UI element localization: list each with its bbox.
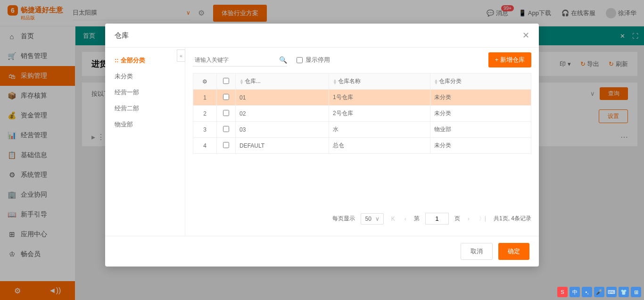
row-checkbox[interactable] (223, 142, 229, 148)
warehouse-modal: 仓库 ✕ « 全部分类 未分类经营一部经营二部物业部 🔍 显示停用 (105, 24, 539, 267)
cancel-button[interactable]: 取消 (461, 243, 493, 260)
category-item-0[interactable]: 未分类 (105, 68, 185, 84)
show-disabled-checkbox[interactable]: 显示停用 (297, 56, 330, 64)
next-page-icon[interactable]: › (466, 216, 471, 222)
category-all[interactable]: 全部分类 (105, 52, 185, 68)
modal-overlay: 仓库 ✕ « 全部分类 未分类经营一部经营二部物业部 🔍 显示停用 (0, 0, 644, 300)
category-sidebar: « 全部分类 未分类经营一部经营二部物业部 (105, 48, 185, 236)
cell-name: 1号仓库 (329, 90, 430, 106)
cell-category: 物业部 (430, 122, 531, 138)
row-checkbox[interactable] (223, 94, 229, 100)
pager: 每页显示 50∨ K ‹ 第 页 › 〉| 共1页, 4条记录 (193, 206, 531, 231)
cell-no: 4 (193, 138, 217, 154)
page-label-1: 第 (414, 215, 420, 223)
page-label-2: 页 (454, 215, 460, 223)
table-row[interactable]: 4DEFAULT总仓未分类 (193, 138, 531, 154)
row-checkbox[interactable] (223, 126, 229, 132)
search-icon[interactable]: 🔍 (279, 56, 287, 64)
col-name[interactable]: ▲▼仓库名称 (329, 74, 430, 90)
ime-skin-icon[interactable]: 👕 (619, 287, 629, 297)
ime-menu-icon[interactable]: ⊞ (631, 287, 641, 297)
ime-punct-icon[interactable]: •, (582, 287, 592, 297)
ime-mic-icon[interactable]: 🎤 (594, 287, 604, 297)
warehouse-table: ⚙ ▲▼仓库... ▲▼仓库名称 ▲▼仓库分类 1011号仓库未分类2022号仓… (193, 73, 531, 154)
search-box: 🔍 (193, 54, 287, 67)
col-code[interactable]: ▲▼仓库... (236, 74, 329, 90)
cell-category: 未分类 (430, 106, 531, 122)
collapse-sidebar-icon[interactable]: « (177, 50, 185, 62)
cell-name: 水 (329, 122, 430, 138)
category-item-3[interactable]: 物业部 (105, 117, 185, 133)
ime-sogou-icon[interactable]: S (557, 287, 568, 297)
cell-category: 未分类 (430, 90, 531, 106)
per-page-label: 每页显示 (332, 215, 355, 223)
first-page-icon[interactable]: K (389, 216, 397, 222)
select-all-checkbox[interactable] (223, 78, 229, 84)
confirm-button[interactable]: 确定 (498, 243, 529, 260)
cell-code: 03 (236, 122, 329, 138)
cell-no: 3 (193, 122, 217, 138)
col-gear[interactable]: ⚙ (193, 74, 217, 90)
col-checkbox (217, 74, 236, 90)
table-row[interactable]: 1011号仓库未分类 (193, 90, 531, 106)
cell-no: 2 (193, 106, 217, 122)
table-row[interactable]: 303水物业部 (193, 122, 531, 138)
col-category[interactable]: ▲▼仓库分类 (430, 74, 531, 90)
cell-code: 01 (236, 90, 329, 106)
row-checkbox[interactable] (223, 110, 229, 116)
ime-lang-icon[interactable]: 中 (570, 287, 580, 297)
per-page-select[interactable]: 50∨ (361, 213, 383, 225)
cell-category: 未分类 (430, 138, 531, 154)
cell-name: 2号仓库 (329, 106, 430, 122)
category-item-2[interactable]: 经营二部 (105, 100, 185, 117)
modal-title: 仓库 (115, 31, 129, 40)
category-item-1[interactable]: 经营一部 (105, 84, 185, 100)
search-input[interactable] (193, 54, 279, 66)
last-page-icon[interactable]: 〉| (477, 215, 488, 223)
cell-no: 1 (193, 90, 217, 106)
cell-code: DEFAULT (236, 138, 329, 154)
pager-summary: 共1页, 4条记录 (494, 215, 531, 223)
ime-bar: S 中 •, 🎤 ⌨ 👕 ⊞ (557, 287, 641, 297)
table-row[interactable]: 2022号仓库未分类 (193, 106, 531, 122)
cell-name: 总仓 (329, 138, 430, 154)
modal-close-icon[interactable]: ✕ (522, 30, 529, 41)
add-warehouse-button[interactable]: + 新增仓库 (488, 52, 531, 67)
show-disabled-input[interactable] (297, 57, 303, 63)
cell-code: 02 (236, 106, 329, 122)
prev-page-icon[interactable]: ‹ (403, 216, 408, 222)
ime-keyboard-icon[interactable]: ⌨ (606, 287, 617, 297)
page-input[interactable] (425, 213, 449, 225)
show-disabled-label: 显示停用 (305, 56, 330, 64)
